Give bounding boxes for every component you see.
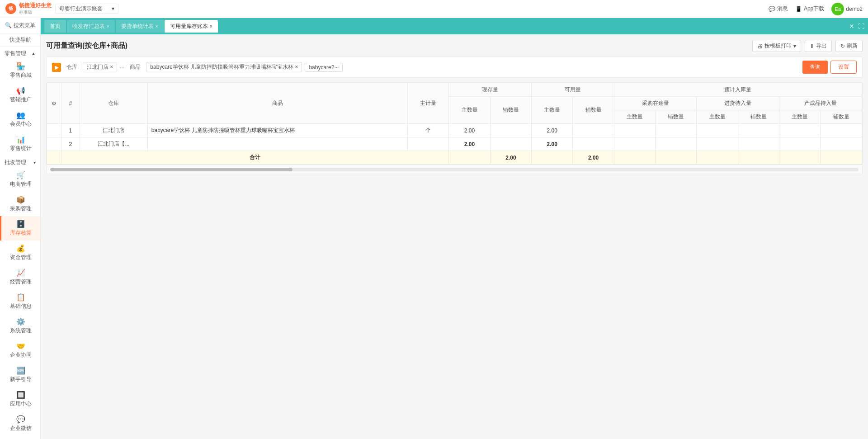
user-area[interactable]: Ea demo2 [831, 3, 863, 15]
th-production-pending: 产成品待入量 [779, 97, 862, 110]
sidebar-quick-nav[interactable]: 快捷导航 [0, 33, 40, 47]
app-icon: 📱 [795, 6, 802, 12]
print-btn[interactable]: 🖨 按模板打印 ▾ [752, 40, 801, 52]
sidebar-item-system-mgmt[interactable]: ⚙️ 系统管理 [0, 314, 40, 338]
total-label: 合计 [61, 151, 449, 165]
sidebar-item-inventory-mgmt[interactable]: 🗄️ 库存核算 [0, 216, 40, 241]
stats-icon: 📊 [16, 135, 25, 144]
app-download-btn[interactable]: 📱 App下载 [795, 5, 824, 13]
th-product: 商品 [147, 83, 407, 124]
tab-home[interactable]: 首页 [44, 20, 66, 33]
sidebar-item-marketing[interactable]: 📢 营销推广 [0, 83, 40, 107]
cell-incoming-aux-1 [738, 124, 779, 137]
total-purchase-main [656, 151, 697, 165]
th-incoming-pending: 进货待入量 [697, 97, 779, 110]
sidebar-item-purchase-mgmt[interactable]: 📦 采购管理 [0, 192, 40, 216]
sidebar-item-basic-info[interactable]: 📋 基础信息 [0, 289, 40, 314]
sidebar-item-enterprise-wechat[interactable]: 💬 企业微信 [0, 411, 40, 436]
export-icon: ⬆ [810, 43, 814, 49]
th-gear: ⚙ [47, 83, 61, 124]
logo-area: 畅 畅捷通好生意 标准版 [5, 2, 52, 15]
marketing-icon: 📢 [16, 86, 25, 95]
inventory-table: ⚙ # 仓库 商品 主计量 现存量 可用量 预计入库量 主数量 辅数量 主数量 [47, 83, 862, 165]
sidebar-item-new-guide[interactable]: 🆕 新手引导 [0, 363, 40, 387]
warehouse-tag[interactable]: 江北门店 × [83, 62, 117, 72]
th-warehouse: 仓库 [80, 83, 147, 124]
query-button[interactable]: 查询 [802, 61, 828, 74]
total-incoming-main [738, 151, 779, 165]
sidebar-search[interactable]: 🔍 搜索菜单 [0, 18, 40, 33]
tab-close-available[interactable]: × [210, 24, 212, 29]
tab-bar-actions: ✕ ⛶ [849, 23, 864, 30]
th-incoming-aux: 辅数量 [738, 110, 779, 124]
th-incoming-main: 主数量 [697, 110, 738, 124]
sidebar-item-ecom-mgmt[interactable]: 🛒 电商管理 [0, 167, 40, 192]
sidebar-item-retail-stats[interactable]: 📊 零售统计 [0, 132, 40, 156]
sidebar-item-retail-mall[interactable]: 🏪 零售商城 [0, 58, 40, 83]
warehouse-dots[interactable]: ··· [120, 64, 124, 71]
th-available: 可用量 [532, 83, 614, 97]
close-tab-icon[interactable]: ✕ [849, 23, 854, 30]
message-icon: 💬 [769, 6, 775, 12]
cell-purchase-aux-1 [656, 124, 697, 137]
cell-avail-main-1: 2.00 [532, 124, 573, 137]
cell-production-aux-1 [821, 124, 862, 137]
product-tag1[interactable]: babycare学饮杯 儿童防摔防撞吸管杯重力球吸嘴杯宝宝水杯 × [146, 62, 302, 72]
total-production-main [821, 151, 862, 165]
table-row: 1 江北门店 babycare学饮杯 儿童防摔防撞吸管杯重力球吸嘴杯宝宝水杯 个… [47, 124, 862, 137]
sidebar: 🔍 搜索菜单 快捷导航 零售管理 ▲ 🏪 零售商城 📢 营销推广 👥 会员中心 … [0, 0, 41, 439]
cell-no-2: 2 [61, 137, 80, 151]
cell-production-main-1 [779, 124, 821, 137]
cell-unit-1: 个 [408, 124, 449, 137]
chevron-down-icon: ▾ [112, 5, 114, 12]
cell-unit-2 [408, 137, 449, 151]
setting-button[interactable]: 设置 [830, 61, 857, 74]
filter-row: 仓库 江北门店 × ··· 商品 babycare学饮杯 儿童防摔防撞吸管杯重力… [66, 62, 797, 72]
th-stock-main: 主数量 [449, 97, 490, 124]
cell-production-aux-2 [821, 137, 862, 151]
total-stock-main: 2.00 [490, 151, 531, 165]
coop-icon: 🤝 [16, 342, 25, 350]
print-icon: 🖨 [757, 43, 763, 49]
sidebar-item-ops-mgmt[interactable]: 📈 经营管理 [0, 265, 40, 289]
total-avail-aux [614, 151, 655, 165]
message-btn[interactable]: 💬 消息 [769, 5, 788, 13]
expand-icon[interactable]: ⛶ [858, 23, 864, 30]
tab-available-ledger[interactable]: 可用量库存账本 × [165, 20, 218, 33]
sidebar-item-app-center[interactable]: 🔲 应用中心 [0, 387, 40, 411]
sidebar-item-finance-mgmt[interactable]: 💰 资金管理 [0, 241, 40, 265]
sidebar-item-member-center[interactable]: 👥 会员中心 [0, 107, 40, 132]
warehouse-label: 仓库 [66, 63, 77, 71]
tab-order-stats[interactable]: 要货单统计表 × [116, 20, 164, 33]
cell-production-main-2 [779, 137, 821, 151]
cell-no-1: 1 [61, 124, 80, 137]
chevron-icon: ▾ [33, 160, 36, 165]
export-btn[interactable]: ⬆ 导出 [805, 40, 832, 52]
tab-close-receipt[interactable]: × [107, 24, 109, 29]
shop-icon: 🏪 [16, 62, 25, 71]
tab-close-order[interactable]: × [156, 24, 158, 29]
th-current-stock: 现存量 [449, 83, 532, 97]
tenant-selector[interactable]: 母婴行业演示账套 ▾ [55, 4, 118, 14]
sidebar-item-wholesale-mgmt[interactable]: 批发管理 ▾ [0, 156, 40, 167]
th-purchase-transit: 采购在途量 [614, 97, 697, 110]
tab-receipt-summary[interactable]: 收发存汇总表 × [67, 20, 115, 33]
filter-toggle-btn[interactable]: ▶ [52, 63, 61, 72]
cell-purchase-main-1 [614, 124, 655, 137]
top-bar-left: 畅 畅捷通好生意 标准版 母婴行业演示账套 ▾ [5, 2, 118, 15]
sidebar-item-enterprise-coop[interactable]: 🤝 企业协同 [0, 338, 40, 363]
product-tag2[interactable]: babycare?··· [305, 63, 343, 72]
cell-incoming-main-1 [697, 124, 738, 137]
refresh-btn[interactable]: ↻ 刷新 [835, 40, 863, 52]
gear-icon[interactable]: ⚙ [52, 100, 57, 107]
scrollbar-track[interactable] [50, 168, 859, 171]
cell-product-1: babycare学饮杯 儿童防摔防撞吸管杯重力球吸嘴杯宝宝水杯 [147, 124, 407, 137]
th-production-main: 主数量 [779, 110, 821, 124]
sidebar-item-retail-mgmt[interactable]: 零售管理 ▲ [0, 47, 40, 58]
sidebar-item-member[interactable]: 👑 畅会员 [0, 436, 40, 439]
cell-incoming-aux-2 [738, 137, 779, 151]
cell-stock-main-2: 2.00 [449, 137, 490, 151]
th-avail-main: 主数量 [532, 97, 573, 124]
page-actions: 🖨 按模板打印 ▾ ⬆ 导出 ↻ 刷新 [752, 40, 863, 52]
filter-area: ▶ 仓库 江北门店 × ··· 商品 babycare学饮杯 儿童防摔防撞吸管杯… [46, 57, 863, 78]
